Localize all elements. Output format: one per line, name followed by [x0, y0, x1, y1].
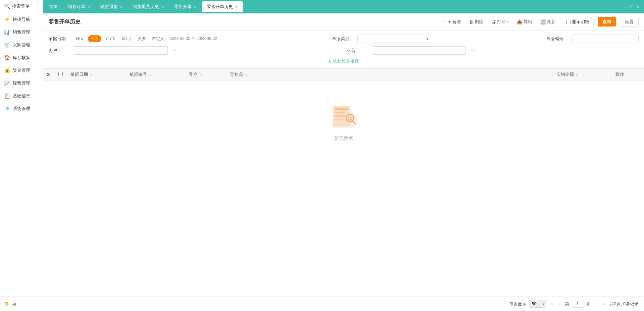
query-label: 查询 — [602, 19, 611, 25]
empty-text: 暂无数据 — [334, 136, 353, 142]
last-page-button[interactable]: » — [601, 301, 607, 307]
date-range-text: 2023-06-02 至 2023-06-02 — [169, 36, 217, 42]
per-page-label: 每页显示 — [509, 301, 527, 307]
sidebar-gear-button[interactable]: ⚙ — [4, 301, 9, 307]
delete-icon: 🗑 — [469, 19, 473, 24]
page-size-select[interactable]: 50 10 20 100 — [529, 300, 546, 308]
page-title: 零售开单历史 — [48, 18, 81, 25]
print-label: 打印 — [497, 19, 506, 25]
quick-nav-icon: ⚡ — [4, 16, 10, 22]
display-detail-checkbox[interactable]: 显示明细 — [566, 19, 589, 25]
th-amount-label: 实销金额 — [556, 72, 574, 77]
tab-sales-return-label: 销货退货 — [100, 4, 118, 10]
th-date[interactable]: 单据日期 ⇅ — [67, 69, 126, 81]
date-btn-custom[interactable]: 自定义 — [150, 35, 166, 42]
sidebar-item-label: 系统管理 — [13, 106, 30, 112]
th-customer-label: 客户 — [189, 72, 197, 77]
tab-retail-open-history[interactable]: 零售开单历史 ✕ — [202, 1, 243, 12]
add-button[interactable]: ＋ + 新增 — [441, 17, 463, 26]
tab-sales-order[interactable]: 销售订单 ✕ — [63, 1, 95, 12]
toolbar-divider2 — [593, 19, 594, 25]
svg-point-9 — [348, 117, 349, 118]
sidebar-item-label: 快捷导航 — [13, 16, 30, 22]
sidebar-item-label: 基础信息 — [13, 93, 30, 99]
delete-button[interactable]: 🗑 删除 — [467, 17, 485, 26]
tab-sales-return-close[interactable]: ✕ — [120, 5, 123, 9]
sidebar-item-operations[interactable]: 📈 经营管理 — [0, 77, 43, 90]
sidebar-item-label: 库存核算 — [13, 55, 30, 61]
export-button[interactable]: 📤 导出 — [515, 17, 534, 26]
sidebar-item-inventory[interactable]: 🏠 库存核算 — [0, 51, 43, 64]
maximize-button[interactable]: □ — [631, 4, 633, 9]
date-btn-last-month[interactable]: 近1月 — [120, 35, 134, 42]
customer-dots[interactable]: ··· — [173, 48, 178, 54]
sidebar-item-system[interactable]: ⚙ 系统管理 — [0, 102, 43, 115]
operations-icon: 📈 — [4, 80, 10, 86]
tab-retail-open-history-label: 零售开单历史 — [207, 4, 233, 10]
number-sort-icon: ⇅ — [149, 73, 152, 76]
print-button[interactable]: 🖨 打印 ▾ — [489, 17, 511, 26]
prev-page-button[interactable]: ‹ — [557, 301, 562, 307]
th-number[interactable]: 单据编号 ⇅ — [126, 69, 185, 81]
refresh-button[interactable]: 🔄 刷新 — [538, 17, 558, 26]
tabs-bar: 首页 销售订单 ✕ 销货退货 ✕ 销货退货历史 ✕ 零售开单 ✕ 零售开单历史 … — [43, 0, 644, 13]
table-area: ⚙ 单据日期 ⇅ 单据编号 ⇅ — [43, 68, 644, 296]
empty-icon — [327, 101, 360, 131]
sidebar-item-finance[interactable]: 💰 资金管理 — [0, 64, 43, 77]
next-page-button[interactable]: › — [594, 301, 598, 307]
sidebar-item-purchase-mgmt[interactable]: 🛒 采购管理 — [0, 39, 43, 51]
date-btn-today[interactable]: 今天 — [88, 35, 101, 42]
goods-dots[interactable]: ··· — [471, 48, 476, 54]
main-area: 首页 销售订单 ✕ 销货退货 ✕ 销货退货历史 ✕ 零售开单 ✕ 零售开单历史 … — [43, 0, 644, 311]
tab-sales-return-history-close[interactable]: ✕ — [161, 5, 164, 9]
th-spacer — [277, 69, 553, 81]
date-filter-label: 单据日期 — [48, 36, 68, 42]
filter-row-2: 客户 ··· 商品 ··· — [48, 46, 639, 55]
th-customer[interactable]: 客户 ⇅ — [185, 69, 227, 81]
print-dropdown-icon[interactable]: ▾ — [507, 20, 509, 24]
th-settings[interactable]: ⚙ — [43, 69, 55, 81]
sidebar: 🔍 搜索菜单 ⚡ 快捷导航 📊 销售管理 🛒 采购管理 🏠 库存核算 💰 资金管… — [0, 0, 43, 311]
first-page-button[interactable]: « — [549, 301, 554, 307]
type-select[interactable] — [357, 35, 431, 43]
tab-sales-return[interactable]: 销货退货 ✕ — [96, 1, 128, 12]
sidebar-collapse-button[interactable]: ◀ — [12, 301, 16, 307]
tab-sales-order-close[interactable]: ✕ — [87, 5, 90, 9]
tab-sales-return-history[interactable]: 销货退货历史 ✕ — [128, 1, 169, 12]
refresh-label: 刷新 — [547, 19, 556, 25]
settings-button[interactable]: 设置 — [620, 17, 639, 27]
page-number-input[interactable] — [572, 300, 584, 308]
goods-filter-label: 商品 — [346, 48, 366, 54]
date-shortcuts: 昨天 今天 近7天 近1月 更多 自定义 2023-06-02 至 2023-0… — [74, 35, 217, 42]
date-btn-last7[interactable]: 近7天 — [103, 35, 118, 42]
tab-retail-open-history-close[interactable]: ✕ — [235, 5, 238, 9]
minimize-button[interactable]: — — [623, 4, 628, 9]
sidebar-item-quick-nav[interactable]: ⚡ 快捷导航 — [0, 13, 43, 26]
goods-filter-input[interactable] — [372, 46, 466, 55]
th-guide[interactable]: 导购员 ⇅ — [227, 69, 277, 81]
tab-retail-open[interactable]: 零售开单 ✕ — [169, 1, 201, 12]
export-label: 导出 — [524, 19, 532, 25]
pagination-bar: 每页显示 50 10 20 100 « ‹ 第 页 › » 共0页, 0条记录 — [43, 296, 644, 311]
date-btn-yesterday[interactable]: 昨天 — [74, 35, 86, 42]
select-all-checkbox[interactable] — [58, 72, 63, 76]
collapse-filter-button[interactable]: ∧ 收起更多条件 — [48, 58, 639, 64]
date-btn-more[interactable]: 更多 — [136, 35, 148, 42]
display-detail-check[interactable] — [566, 20, 571, 24]
close-button[interactable]: ✕ — [636, 4, 640, 9]
sidebar-item-sales-mgmt[interactable]: 📊 销售管理 — [0, 26, 43, 39]
th-amount[interactable]: 实销金额 ⇅ — [553, 69, 612, 81]
tab-home[interactable]: 首页 — [44, 1, 62, 12]
tab-retail-open-close[interactable]: ✕ — [194, 5, 197, 9]
export-icon: 📤 — [517, 19, 522, 24]
amount-sort-icon: ⇅ — [576, 73, 579, 76]
customer-filter-input[interactable] — [74, 46, 168, 55]
add-icon: ＋ — [443, 19, 447, 25]
query-button[interactable]: 查询 — [598, 17, 616, 27]
sidebar-item-basic-info[interactable]: 📋 基础信息 — [0, 90, 43, 102]
number-filter-input[interactable] — [572, 35, 639, 43]
sales-mgmt-icon: 📊 — [4, 29, 10, 35]
sidebar-search[interactable]: 🔍 搜索菜单 — [0, 0, 43, 13]
settings-icon[interactable]: ⚙ — [46, 72, 50, 77]
toolbar-divider — [562, 19, 562, 25]
